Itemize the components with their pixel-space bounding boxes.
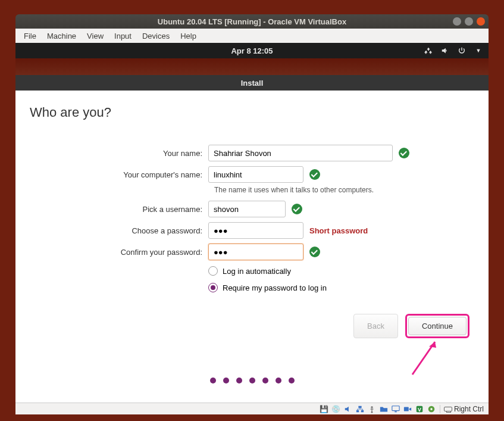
check-icon [309, 247, 320, 257]
label-your-name: Your name: [30, 149, 208, 158]
confirm-password-input[interactable] [208, 244, 303, 260]
virtualbox-titlebar: Ubuntu 20.04 LTS [Running] - Oracle VM V… [15, 14, 489, 29]
radio-label-require: Require my password to log in [223, 283, 327, 292]
volume-icon[interactable] [441, 46, 449, 55]
page-heading: Who are you? [30, 105, 474, 120]
statusbar-optical-icon[interactable]: 💿 [331, 404, 341, 414]
continue-button[interactable]: Continue [408, 317, 467, 335]
statusbar-guest-additions-icon[interactable] [427, 404, 436, 414]
svg-rect-3 [361, 410, 364, 412]
power-icon[interactable] [458, 46, 466, 55]
chevron-down-icon[interactable]: ▼ [474, 46, 483, 55]
hostkey-indicator[interactable]: Right Ctrl [444, 405, 484, 413]
progress-dot [249, 378, 255, 383]
radio-icon [208, 266, 218, 276]
virtualbox-menubar: File Machine View Input Devices Help [15, 29, 489, 43]
computer-name-hint: The name it uses when it talks to other … [214, 186, 474, 194]
password-input[interactable] [208, 222, 303, 239]
username-input[interactable] [208, 201, 286, 217]
statusbar-hdd-icon[interactable]: 💾 [320, 404, 329, 414]
guest-display: Apr 8 12:05 ▼ Install Who are you? [15, 43, 489, 403]
label-confirm-password: Confirm your password: [30, 248, 208, 257]
check-icon [292, 204, 302, 214]
progress-dot [262, 378, 268, 383]
window-title: Ubuntu 20.04 LTS [Running] - Oracle VM V… [158, 17, 346, 26]
svg-line-0 [412, 342, 435, 375]
window-maximize-button[interactable] [465, 17, 473, 26]
progress-dot [210, 378, 216, 383]
back-button[interactable]: Back [353, 314, 398, 338]
radio-require-password[interactable]: Require my password to log in [208, 281, 474, 294]
password-warning: Short password [309, 226, 368, 235]
hostkey-label: Right Ctrl [454, 405, 484, 413]
install-window-body: Who are you? Your name: Your computer's … [15, 91, 489, 403]
menu-devices[interactable]: Devices [137, 30, 174, 42]
window-close-button[interactable] [477, 17, 485, 26]
label-password: Choose a password: [30, 226, 208, 235]
menu-view[interactable]: View [82, 30, 108, 42]
progress-dots [210, 378, 295, 383]
svg-rect-7 [395, 411, 397, 412]
annotation-arrow-icon [406, 336, 442, 378]
menu-input[interactable]: Input [109, 30, 136, 42]
radio-label-auto: Log in automatically [223, 267, 291, 276]
label-computer-name: Your computer's name: [30, 170, 208, 179]
menu-file[interactable]: File [19, 30, 41, 42]
check-icon [399, 148, 409, 158]
radio-login-auto[interactable]: Log in automatically [208, 264, 474, 277]
statusbar-usb-icon[interactable] [367, 404, 377, 414]
menu-help[interactable]: Help [176, 30, 201, 42]
statusbar-shared-folder-icon[interactable] [379, 404, 389, 414]
statusbar-audio-icon[interactable] [343, 404, 353, 414]
network-icon[interactable] [424, 46, 433, 55]
progress-dot [276, 378, 281, 383]
radio-icon [208, 283, 218, 292]
continue-highlight-annotation: Continue [405, 314, 469, 338]
statusbar-recording-icon[interactable] [403, 404, 412, 414]
progress-dot [289, 378, 295, 383]
keyboard-icon [444, 407, 452, 411]
install-window-titlebar: Install [15, 75, 489, 91]
svg-rect-4 [358, 406, 361, 408]
svg-rect-2 [356, 410, 359, 412]
svg-rect-6 [392, 406, 399, 410]
check-icon [309, 169, 320, 180]
virtualbox-statusbar: 💾 💿 V Right Ctrl [15, 403, 489, 414]
ubuntu-top-panel: Apr 8 12:05 ▼ [15, 43, 489, 58]
statusbar-virtualization-icon[interactable]: V [415, 404, 424, 414]
label-username: Pick a username: [30, 205, 208, 214]
window-minimize-button[interactable] [453, 17, 461, 26]
svg-marker-1 [429, 342, 436, 348]
progress-dot [223, 378, 229, 383]
statusbar-network-icon[interactable] [355, 404, 365, 414]
install-window-title: Install [241, 79, 264, 88]
your-name-input[interactable] [208, 145, 393, 161]
svg-point-5 [371, 411, 373, 413]
clock-label[interactable]: Apr 8 12:05 [231, 46, 273, 55]
statusbar-display-icon[interactable] [391, 404, 400, 414]
desktop-background-strip [15, 58, 489, 75]
menu-machine[interactable]: Machine [42, 30, 81, 42]
svg-text:V: V [418, 406, 421, 412]
computer-name-input[interactable] [208, 166, 303, 183]
svg-rect-8 [404, 407, 409, 411]
svg-point-12 [430, 408, 433, 410]
progress-dot [236, 378, 242, 383]
